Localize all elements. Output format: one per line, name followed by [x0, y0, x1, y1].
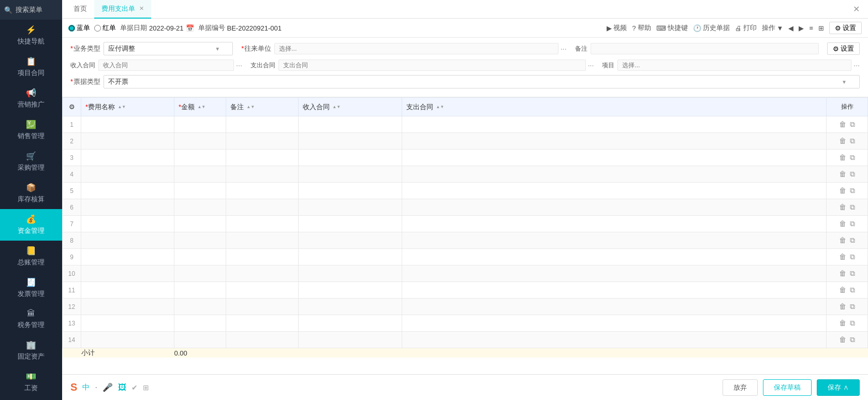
tab-close-icon[interactable]: ✕: [139, 5, 144, 12]
row-2-delete-icon[interactable]: 🗑: [839, 137, 846, 145]
row-3-remark[interactable]: [226, 150, 299, 166]
sidebar-item-ledger[interactable]: 📒 总账管理: [0, 241, 62, 272]
amount-sort-icon[interactable]: ▲▼: [197, 105, 205, 109]
sidebar-item-operations[interactable]: 📊 经营管理: [0, 398, 62, 400]
save-draft-button[interactable]: 保存草稿: [763, 379, 812, 396]
row-12-remark[interactable]: [226, 299, 299, 315]
row-14-name[interactable]: [81, 332, 174, 348]
row-4-delete-icon[interactable]: 🗑: [839, 170, 846, 178]
row-6-copy-icon[interactable]: ⧉: [850, 203, 855, 211]
image-icon[interactable]: 🖼: [118, 383, 126, 392]
row-9-remark[interactable]: [226, 249, 299, 265]
date-value[interactable]: 2022-09-21: [149, 24, 184, 32]
sidebar-item-payroll[interactable]: 💵 工资: [0, 366, 62, 398]
print-btn[interactable]: 🖨 打印: [735, 23, 757, 33]
row-14-delete-icon[interactable]: 🗑: [839, 335, 846, 344]
row-10-delete-icon[interactable]: 🗑: [839, 269, 846, 277]
row-12-amount[interactable]: [174, 299, 226, 315]
row-6-delete-icon[interactable]: 🗑: [839, 203, 846, 211]
row-5-amount[interactable]: [174, 183, 226, 199]
actions-btn[interactable]: 操作 ▼: [762, 23, 784, 33]
row-13-expense-contract[interactable]: [402, 315, 827, 332]
expense-contract-sort-icon[interactable]: ▲▼: [436, 105, 444, 109]
sidebar-item-sales[interactable]: 💹 销售管理: [0, 114, 62, 146]
row-5-expense-contract[interactable]: [402, 183, 827, 199]
row-10-remark[interactable]: [226, 265, 299, 282]
grid-icon[interactable]: ⊞: [143, 383, 149, 392]
row-7-income-contract[interactable]: [299, 216, 402, 232]
row-5-copy-icon[interactable]: ⧉: [850, 186, 855, 195]
row-10-income-contract[interactable]: [299, 265, 402, 282]
sidebar-search[interactable]: 🔍 搜索菜单: [0, 0, 62, 20]
row-3-income-contract[interactable]: [299, 150, 402, 166]
red-single-radio[interactable]: 红单: [94, 23, 116, 33]
row-3-amount[interactable]: [174, 150, 226, 166]
project-input[interactable]: [617, 60, 851, 71]
row-11-income-contract[interactable]: [299, 282, 402, 299]
row-4-name[interactable]: [81, 166, 174, 183]
remark-input[interactable]: [591, 43, 819, 54]
row-2-copy-icon[interactable]: ⧉: [850, 137, 855, 145]
remark-sort-icon[interactable]: ▲▼: [246, 105, 255, 109]
row-1-name[interactable]: [81, 116, 174, 133]
sidebar-item-purchase[interactable]: 🛒 采购管理: [0, 146, 62, 177]
calendar-icon[interactable]: 📅: [186, 24, 194, 32]
row-3-delete-icon[interactable]: 🗑: [839, 153, 846, 161]
sidebar-item-capital[interactable]: 💰 资金管理: [0, 209, 62, 241]
counterpart-input[interactable]: [274, 43, 558, 54]
expense-contract-more-btn[interactable]: ···: [588, 61, 594, 69]
sidebar-item-project-contract[interactable]: 📋 项目合同: [0, 51, 62, 83]
row-14-copy-icon[interactable]: ⧉: [850, 335, 855, 344]
window-close-button[interactable]: ✕: [849, 4, 864, 14]
row-4-amount[interactable]: [174, 166, 226, 183]
row-8-income-contract[interactable]: [299, 232, 402, 249]
list-view-btn[interactable]: ≡: [809, 24, 813, 32]
history-btn[interactable]: 🕐 历史单据: [693, 23, 730, 33]
dot-icon[interactable]: ·: [95, 382, 97, 393]
row-7-name[interactable]: [81, 216, 174, 232]
prev-doc-btn[interactable]: ◀: [788, 24, 793, 32]
tab-expense-form[interactable]: 费用支出单 ✕: [94, 0, 151, 19]
row-13-name[interactable]: [81, 315, 174, 332]
shortcut-btn[interactable]: ⌨ 快捷键: [656, 23, 688, 33]
row-6-expense-contract[interactable]: [402, 199, 827, 216]
row-12-copy-icon[interactable]: ⧉: [850, 302, 855, 310]
row-6-remark[interactable]: [226, 199, 299, 216]
row-2-income-contract[interactable]: [299, 133, 402, 150]
row-7-delete-icon[interactable]: 🗑: [839, 219, 846, 228]
row-10-expense-contract[interactable]: [402, 265, 827, 282]
row-11-delete-icon[interactable]: 🗑: [839, 286, 846, 294]
number-value[interactable]: BE-20220921-001: [227, 24, 282, 32]
check-icon[interactable]: ✔: [131, 383, 138, 392]
name-sort-icon[interactable]: ▲▼: [117, 105, 126, 109]
row-3-copy-icon[interactable]: ⧉: [850, 153, 855, 161]
row-11-name[interactable]: [81, 282, 174, 299]
row-2-remark[interactable]: [226, 133, 299, 150]
row-12-name[interactable]: [81, 299, 174, 315]
row-11-remark[interactable]: [226, 282, 299, 299]
row-14-expense-contract[interactable]: [402, 332, 827, 348]
row-9-expense-contract[interactable]: [402, 249, 827, 265]
row-8-delete-icon[interactable]: 🗑: [839, 236, 846, 244]
row-9-copy-icon[interactable]: ⧉: [850, 253, 855, 261]
row-8-expense-contract[interactable]: [402, 232, 827, 249]
row-13-amount[interactable]: [174, 315, 226, 332]
row-9-delete-icon[interactable]: 🗑: [839, 253, 846, 261]
row-4-copy-icon[interactable]: ⧉: [850, 170, 855, 178]
row-11-copy-icon[interactable]: ⧉: [850, 286, 855, 294]
row-1-delete-icon[interactable]: 🗑: [839, 120, 846, 128]
row-1-remark[interactable]: [226, 116, 299, 133]
row-1-copy-icon[interactable]: ⧉: [850, 120, 855, 128]
business-type-select[interactable]: 应付调整 ▼: [104, 42, 233, 55]
row-5-income-contract[interactable]: [299, 183, 402, 199]
row-9-name[interactable]: [81, 249, 174, 265]
row-5-delete-icon[interactable]: 🗑: [839, 186, 846, 195]
settings-button[interactable]: ⚙ 设置: [829, 22, 862, 34]
row-2-name[interactable]: [81, 133, 174, 150]
row-5-remark[interactable]: [226, 183, 299, 199]
row-9-amount[interactable]: [174, 249, 226, 265]
form-settings-button[interactable]: ⚙ 设置: [827, 42, 860, 55]
row-12-income-contract[interactable]: [299, 299, 402, 315]
row-13-delete-icon[interactable]: 🗑: [839, 319, 846, 327]
row-1-expense-contract[interactable]: [402, 116, 827, 133]
